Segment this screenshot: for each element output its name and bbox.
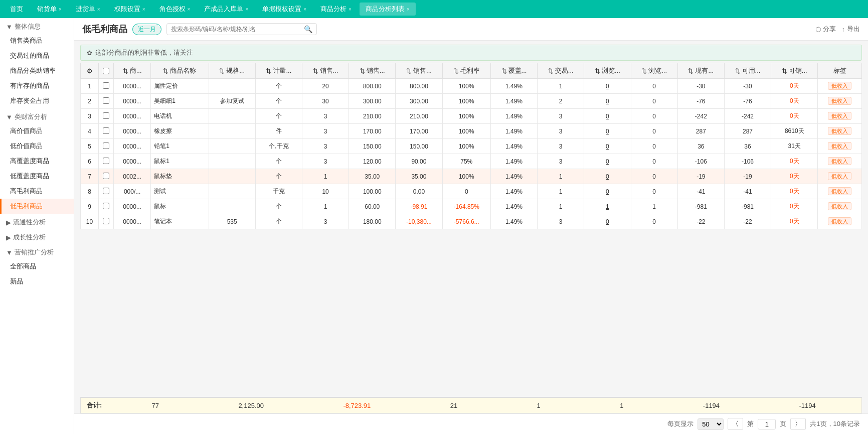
col-sales-qty-header[interactable]: ⇅销售... (302, 63, 349, 79)
next-page-button[interactable]: 〉 (790, 418, 806, 430)
row-checkbox[interactable] (103, 127, 109, 134)
sidebar-item-new-goods[interactable]: 新品 (0, 274, 74, 289)
share-button[interactable]: ⬡ 分享 (815, 25, 836, 34)
close-icon[interactable]: × (188, 7, 191, 12)
col-trade-header[interactable]: ⇅交易... (538, 63, 584, 79)
view1-cell[interactable]: 0 (584, 124, 631, 139)
close-icon[interactable]: × (245, 7, 248, 12)
col-tag-header[interactable]: 标签 (818, 63, 862, 79)
sidebar-item-high-coverage[interactable]: 高覆盖度商品 (0, 154, 74, 169)
sidebar-group-circulation[interactable]: ▶ 流通性分析 (0, 214, 74, 229)
view1-cell[interactable]: 0 (584, 94, 631, 109)
col-sales-profit-header[interactable]: ⇅销售... (396, 63, 442, 79)
sidebar-group-growth[interactable]: ▶ 成长性分析 (0, 229, 74, 244)
tag-cell: 低收入 (818, 124, 862, 139)
checkbox-cell[interactable] (99, 154, 114, 169)
checkbox-cell[interactable] (99, 109, 114, 124)
sidebar-group-wealth[interactable]: ▼ 类财富分析 (0, 108, 74, 123)
checkbox-cell[interactable] (99, 124, 114, 139)
nav-analysis-list[interactable]: 商品分析列表 × (360, 3, 416, 16)
row-num-cell: 5 (81, 139, 99, 154)
sidebar-group-marketing[interactable]: ▼ 营销推广分析 (0, 244, 74, 259)
checkbox-cell[interactable] (99, 94, 114, 109)
col-spec-header[interactable]: ⇅规格... (209, 63, 255, 79)
col-view1-header[interactable]: ⇅浏览... (584, 63, 631, 79)
view1-cell[interactable]: 0 (584, 154, 631, 169)
sidebar-item-low-margin[interactable]: 低毛利商品 (0, 199, 74, 214)
page-number-input[interactable] (758, 419, 776, 429)
close-icon[interactable]: × (407, 7, 410, 12)
checkbox-cell[interactable] (99, 79, 114, 94)
coverage-cell: 1.49% (490, 214, 537, 229)
sidebar-group-overall[interactable]: ▼ 整体信息 (0, 18, 74, 33)
col-coverage-header[interactable]: ⇅覆盖... (490, 63, 537, 79)
col-sales-price-header[interactable]: ⇅销售... (349, 63, 396, 79)
col-settings[interactable]: ⚙ (81, 63, 99, 79)
trade-cell: 1 (538, 199, 584, 214)
checkbox-cell[interactable] (99, 199, 114, 214)
nav-purchase[interactable]: 进货单 × (70, 3, 106, 16)
view1-cell[interactable]: 0 (584, 214, 631, 229)
search-input[interactable] (171, 26, 301, 33)
row-checkbox[interactable] (103, 142, 109, 149)
row-checkbox[interactable] (103, 218, 109, 224)
close-icon[interactable]: × (97, 7, 100, 12)
export-button[interactable]: ↑ 导出 (842, 25, 860, 34)
close-icon[interactable]: × (59, 7, 62, 12)
row-checkbox[interactable] (103, 173, 109, 179)
checkbox-cell[interactable] (99, 214, 114, 229)
col-sellable-header[interactable]: ⇅可销... (771, 63, 818, 79)
view1-cell[interactable]: 0 (584, 169, 631, 184)
close-icon[interactable]: × (349, 7, 352, 12)
view1-cell[interactable]: 0 (584, 184, 631, 199)
sidebar-item-all-goods[interactable]: 全部商品 (0, 259, 74, 274)
view1-cell[interactable]: 0 (584, 139, 631, 154)
code-cell: 0000... (114, 214, 151, 229)
trade-cell: 3 (538, 109, 584, 124)
view1-cell[interactable]: 0 (584, 109, 631, 124)
nav-home[interactable]: 首页 (4, 3, 29, 16)
sidebar-item-high-value[interactable]: 高价值商品 (0, 123, 74, 138)
col-view2-header[interactable]: ⇅浏览... (631, 63, 677, 79)
date-filter-button[interactable]: 近一月 (132, 24, 161, 35)
row-checkbox[interactable] (103, 112, 109, 119)
row-checkbox[interactable] (103, 158, 109, 164)
row-checkbox[interactable] (103, 82, 109, 89)
col-gross-rate-header[interactable]: ⇅毛利率 (442, 63, 490, 79)
sidebar-item-low-coverage[interactable]: 低覆盖度商品 (0, 169, 74, 184)
sidebar-item-category-rate[interactable]: 商品分类助销率 (0, 63, 74, 78)
checkbox-cell[interactable] (99, 184, 114, 199)
col-name-header[interactable]: ⇅商品名称 (151, 63, 209, 79)
sidebar-item-stock-capital[interactable]: 库存资金占用 (0, 93, 74, 108)
close-icon[interactable]: × (303, 7, 306, 12)
sidebar-item-low-value[interactable]: 低价值商品 (0, 138, 74, 154)
nav-permissions[interactable]: 权限设置 × (108, 3, 151, 16)
nav-template-settings[interactable]: 单据模板设置 × (256, 3, 312, 16)
row-checkbox[interactable] (103, 203, 109, 209)
per-page-select[interactable]: 50 20 100 (698, 418, 724, 430)
select-all-checkbox[interactable] (103, 68, 109, 74)
checkbox-cell[interactable] (99, 169, 114, 184)
nav-finished-goods[interactable]: 产成品入库单 × (198, 3, 254, 16)
view1-cell[interactable]: 0 (584, 79, 631, 94)
sidebar-item-high-margin[interactable]: 高毛利商品 (0, 184, 74, 199)
search-icon[interactable]: 🔍 (304, 25, 312, 33)
row-checkbox[interactable] (103, 188, 109, 194)
col-checkbox-all[interactable] (99, 63, 114, 79)
sidebar-item-sales-goods[interactable]: 销售类商品 (0, 33, 74, 48)
view1-cell[interactable]: 1 (584, 199, 631, 214)
nav-product-analysis[interactable]: 商品分析 × (314, 3, 358, 16)
col-usable-header[interactable]: ⇅可用... (724, 63, 771, 79)
close-icon[interactable]: × (142, 7, 145, 12)
nav-sales[interactable]: 销货单 × (31, 3, 68, 16)
col-current-header[interactable]: ⇅现有... (677, 63, 724, 79)
col-code-header[interactable]: ⇅商... (114, 63, 151, 79)
col-unit-header[interactable]: ⇅计量... (255, 63, 302, 79)
prev-page-button[interactable]: 〈 (728, 418, 743, 430)
sidebar-item-traded-goods[interactable]: 交易过的商品 (0, 48, 74, 63)
search-box[interactable]: 🔍 (166, 23, 317, 35)
nav-roles[interactable]: 角色授权 × (153, 3, 197, 16)
row-checkbox[interactable] (103, 97, 109, 104)
checkbox-cell[interactable] (99, 139, 114, 154)
sidebar-item-in-stock[interactable]: 有库存的商品 (0, 78, 74, 93)
